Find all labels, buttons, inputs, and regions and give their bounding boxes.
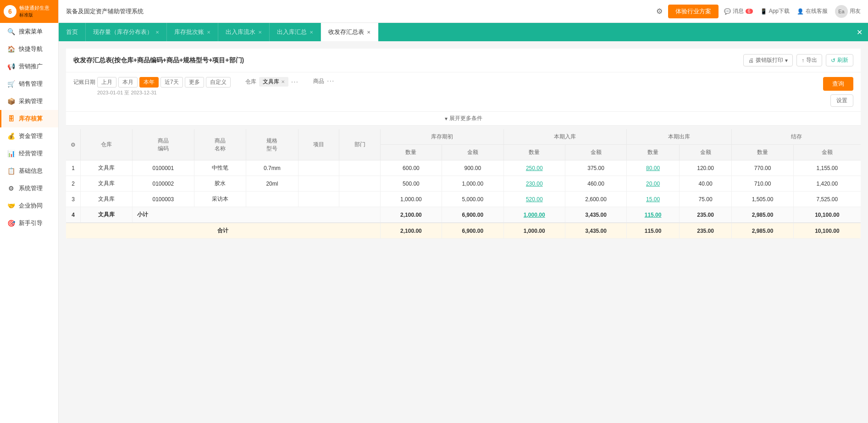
tab-in-out-flow[interactable]: 出入库流水 ✕	[218, 23, 270, 41]
sub-open-qty: 2,100.00	[380, 207, 442, 223]
date-last-7[interactable]: 近7天	[160, 77, 183, 88]
guide-icon: 🎯	[7, 219, 15, 227]
tab-home[interactable]: 首页	[59, 23, 86, 41]
row-open-amt: 1,000.00	[442, 176, 503, 192]
tab-home-label: 首页	[66, 28, 78, 36]
col-settings-header[interactable]: ⚙	[66, 129, 81, 160]
tab-stock-dist[interactable]: 现存量（库存分布表） ✕	[86, 23, 167, 41]
row-goods-spec	[246, 192, 298, 207]
print-label: 拨销版打印	[756, 56, 783, 64]
date-filter-row: 记账日期 上月 本月 本年 近7天 更多 自定义	[73, 77, 231, 88]
export-button[interactable]: ↑ 导出	[796, 54, 822, 66]
tab-in-out-sum-close[interactable]: ✕	[310, 30, 313, 35]
warehouse-tag-remove[interactable]: ✕	[281, 79, 285, 84]
sub-bal-qty: 2,985.00	[732, 207, 793, 223]
goods-more[interactable]: ···	[327, 77, 334, 85]
row-no: 1	[66, 160, 81, 176]
row-in-qty[interactable]: 250.00	[503, 160, 565, 176]
date-custom[interactable]: 自定义	[206, 77, 231, 88]
tab-batch-close[interactable]: ✕	[207, 30, 210, 35]
tab-bar-close[interactable]: ✕	[851, 28, 868, 37]
query-button[interactable]: 查询	[823, 77, 853, 91]
row-out-qty[interactable]: 15.00	[627, 192, 680, 207]
sidebar-item-system[interactable]: ⚙ 系统管理	[0, 180, 58, 197]
warehouse-tag: 文具库 ✕	[259, 77, 288, 87]
row-dept	[339, 192, 380, 207]
total-out-qty: 115.00	[627, 223, 680, 239]
row-in-amt: 2,600.00	[565, 192, 626, 207]
date-last-month[interactable]: 上月	[97, 77, 116, 88]
sub-warehouse: 文具库	[81, 207, 133, 223]
total-in-qty: 1,000.00	[503, 223, 565, 239]
user-avatar: Ea	[835, 5, 848, 18]
date-this-month[interactable]: 本月	[118, 77, 138, 88]
tab-collect-send-close[interactable]: ✕	[367, 30, 370, 35]
search-icon: 🔍	[7, 27, 15, 36]
sidebar-item-sales[interactable]: 🛒 销售管理	[0, 75, 58, 93]
set-button[interactable]: 设置	[830, 94, 853, 107]
col-goods-name-header: 商品名称	[194, 129, 246, 160]
sidebar-item-label: 资金管理	[19, 132, 43, 140]
expand-label: 展开更多条件	[449, 115, 482, 122]
col-goods-code-header: 商品编码	[133, 129, 194, 160]
tab-in-out-flow-close[interactable]: ✕	[258, 30, 262, 35]
sidebar-item-finance[interactable]: 💰 资金管理	[0, 127, 58, 145]
row-out-qty[interactable]: 80.00	[627, 160, 680, 176]
row-out-amt: 120.00	[679, 160, 732, 176]
tab-in-out-sum[interactable]: 出入库汇总 ✕	[270, 23, 321, 41]
export-icon: ↑	[802, 57, 804, 64]
date-more[interactable]: 更多	[185, 77, 204, 88]
messages-button[interactable]: 💬 消息 6	[724, 7, 753, 15]
row-project	[299, 192, 339, 207]
user-label: 用友	[850, 7, 861, 15]
row-out-qty[interactable]: 20.00	[627, 176, 680, 192]
sidebar-item-operations[interactable]: 📊 经营管理	[0, 145, 58, 162]
print-icon: 🖨	[748, 57, 754, 64]
top-header: 装备及固定资产辅助管理系统 ⚙ 体验行业方案 💬 消息 6 📱 App下载 👤 …	[59, 0, 868, 23]
filter-bar: 记账日期 上月 本月 本年 近7天 更多 自定义 2023-01-01 至 20…	[66, 72, 861, 112]
sidebar-item-purchase[interactable]: 📦 采购管理	[0, 93, 58, 110]
row-bal-amt: 1,155.00	[793, 160, 861, 176]
sidebar-item-label: 库存核算	[19, 115, 43, 123]
warehouse-label: 仓库	[245, 78, 256, 86]
app-download-button[interactable]: 📱 App下载	[760, 7, 790, 15]
online-service-label: 在线客服	[806, 7, 828, 15]
system-title: 装备及固定资产辅助管理系统	[66, 7, 651, 16]
try-industry-button[interactable]: 体验行业方案	[668, 5, 719, 18]
sidebar-item-guide[interactable]: 🎯 新手引导	[0, 214, 58, 232]
tab-collect-send[interactable]: 收发存汇总表 ✕	[321, 23, 378, 41]
tab-batch-label: 库存批次账	[174, 28, 204, 36]
sidebar-item-cooperation[interactable]: 🤝 企业协同	[0, 197, 58, 214]
sub-out-qty[interactable]: 115.00	[627, 207, 680, 223]
sidebar-item-quick-nav[interactable]: 🏠 快捷导航	[0, 40, 58, 58]
online-service-button[interactable]: 👤 在线客服	[797, 7, 828, 15]
refresh-button[interactable]: ↺ 刷新	[826, 54, 853, 66]
date-this-year[interactable]: 本年	[139, 77, 159, 88]
sidebar-item-inventory[interactable]: 🗄 库存核算	[0, 110, 58, 127]
col-balance-header: 结存	[732, 129, 861, 145]
user-menu-button[interactable]: Ea 用友	[835, 5, 861, 18]
row-in-qty[interactable]: 520.00	[503, 192, 565, 207]
tab-stock-dist-close[interactable]: ✕	[155, 30, 159, 35]
sidebar-item-basic-info[interactable]: 📋 基础信息	[0, 162, 58, 180]
date-range-display: 2023-01-01 至 2023-12-31	[97, 89, 157, 96]
row-in-amt: 460.00	[565, 176, 626, 192]
warehouse-tag-value: 文具库	[263, 78, 279, 86]
sidebar: 6 畅捷通好生意 标准版 🔍 搜索菜单 🏠 快捷导航 📢 营销推广 🛒 销售管理…	[0, 0, 59, 423]
home-icon: 🏠	[7, 45, 15, 53]
table-row: 2 文具库 0100002 胶水 20ml 500.00 1,000.00 23…	[66, 176, 861, 192]
total-open-qty: 2,100.00	[380, 223, 442, 239]
config-button[interactable]: ⚙	[656, 7, 663, 16]
row-in-qty[interactable]: 230.00	[503, 176, 565, 192]
sidebar-item-search[interactable]: 🔍 搜索菜单	[0, 23, 58, 40]
sub-in-qty[interactable]: 1,000.00	[503, 207, 565, 223]
tab-batch[interactable]: 库存批次账 ✕	[167, 23, 218, 41]
expand-button[interactable]: ▾ 展开更多条件	[445, 115, 482, 122]
sidebar-item-label: 经营管理	[19, 149, 43, 158]
sidebar-item-marketing[interactable]: 📢 营销推广	[0, 58, 58, 75]
col-opening-header: 库存期初	[380, 129, 503, 145]
warehouse-more[interactable]: ···	[291, 78, 299, 86]
print-button[interactable]: 🖨 拨销版打印 ▾	[743, 54, 793, 66]
col-in-qty: 数量	[503, 145, 565, 160]
total-bal-amt: 10,100.00	[793, 223, 861, 239]
